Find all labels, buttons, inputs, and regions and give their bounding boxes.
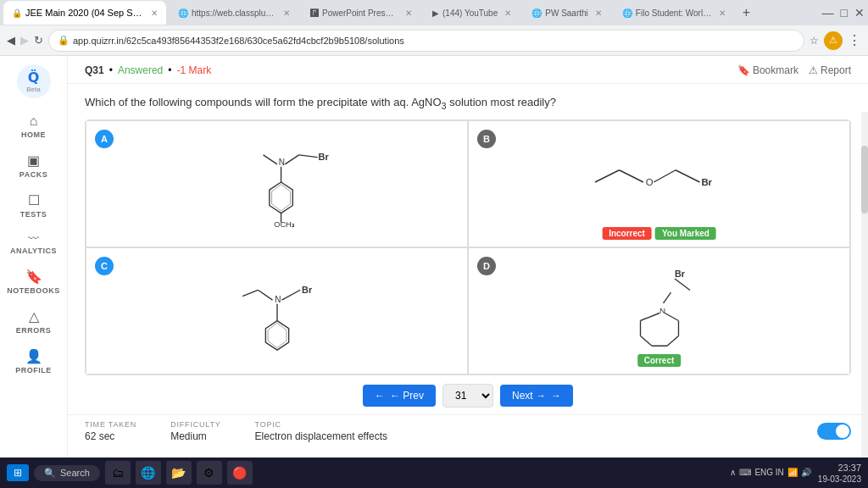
taskbar-app-3[interactable]: 📂 <box>166 461 192 485</box>
sidebar-item-home[interactable]: ⌂ HOME <box>4 108 64 144</box>
app-container: Q̈ Beta ⌂ HOME ▣ PACKS ☐ TESTS 〰 ANALYTI… <box>0 56 868 488</box>
option-a[interactable]: A N <box>86 120 468 247</box>
main-content: Q31 • Answered • -1 Mark 🔖 Bookmark ⚠ Re… <box>68 56 868 488</box>
svg-text:N: N <box>275 295 281 304</box>
profile-icon[interactable]: ⚠ <box>824 31 843 50</box>
address-bar[interactable]: 🔒 app.quizrr.in/62c5ca493f85644353f2e168… <box>48 30 804 52</box>
toggle-area[interactable] <box>817 423 851 440</box>
back-button[interactable]: ◀ <box>7 34 15 47</box>
keyboard-icon: ⌨ <box>739 468 751 477</box>
sidebar-analytics-label: ANALYTICS <box>10 247 57 255</box>
svg-text:N: N <box>659 305 665 314</box>
tab-3-close[interactable]: ✕ <box>405 8 412 18</box>
difficulty-block: DIFFICULTY Medium <box>170 420 220 442</box>
svg-text:Br: Br <box>302 285 313 295</box>
taskbar-right: ∧ ⌨ ENG IN 📶 🔊 23:37 19-03-2023 <box>730 462 861 483</box>
option-b[interactable]: B O Br <box>468 120 850 247</box>
clock[interactable]: 23:37 19-03-2023 <box>818 462 861 483</box>
svg-marker-17 <box>268 323 287 347</box>
tab-6-close[interactable]: ✕ <box>719 8 726 18</box>
question-text: Which of the following compounds will fo… <box>68 84 868 119</box>
taskbar-app-5[interactable]: 🔴 <box>227 461 253 485</box>
sidebar-item-profile[interactable]: 👤 PROFILE <box>4 343 64 380</box>
minimize-button[interactable]: — <box>822 6 834 19</box>
new-tab-button[interactable]: + <box>737 5 755 20</box>
bookmark-button[interactable]: 🔖 Bookmark <box>737 64 798 76</box>
svg-text:Br: Br <box>701 177 712 187</box>
scrollbar-track[interactable] <box>861 112 868 488</box>
svg-line-34 <box>640 313 659 320</box>
prev-button[interactable]: ← ← Prev <box>363 385 436 407</box>
taskbar-app-2[interactable]: 🌐 <box>136 461 161 485</box>
sidebar-item-analytics[interactable]: 〰 ANALYTICS <box>4 227 64 260</box>
topic-block: TOPIC Electron displacement effects <box>255 420 388 442</box>
sidebar-item-packs[interactable]: ▣ PACKS <box>4 147 64 184</box>
tab-5[interactable]: 🌐 PW Saarthi ✕ <box>523 1 610 25</box>
option-d-label: D <box>477 257 496 275</box>
tab-4[interactable]: ▶ (144) YouTube ✕ <box>424 1 520 25</box>
molecule-b-svg: O Br <box>479 131 839 233</box>
taskbar-app-1[interactable]: 🗂 <box>105 461 131 485</box>
tab-4-close[interactable]: ✕ <box>504 8 511 18</box>
svg-line-26 <box>663 292 670 303</box>
topic-value: Electron displacement effects <box>255 430 388 442</box>
option-c-label: C <box>95 257 114 275</box>
tab-6[interactable]: 🌐 Filo Student: World's Only Live ... ✕ <box>614 1 734 25</box>
question-separator2: • <box>168 64 171 76</box>
speaker-icon: 🔊 <box>801 468 811 477</box>
options-grid: A N <box>85 119 851 375</box>
active-tab[interactable]: 🔒 JEE Main 2020 (04 Sep Shift) ✕ <box>3 1 166 25</box>
bookmark-star-icon[interactable]: ☆ <box>810 35 819 47</box>
tab-6-label: Filo Student: World's Only Live ... <box>636 8 712 18</box>
scrollbar-thumb[interactable] <box>861 146 868 214</box>
browser-bar: ◀ ▶ ↻ 🔒 app.quizrr.in/62c5ca493f85644353… <box>0 25 868 56</box>
start-button[interactable]: ⊞ <box>7 464 29 481</box>
sidebar-packs-label: PACKS <box>19 170 47 179</box>
next-icon: → <box>551 390 561 402</box>
report-button[interactable]: ⚠ Report <box>809 64 851 76</box>
option-c[interactable]: C N Br <box>86 247 468 374</box>
svg-line-11 <box>619 170 643 182</box>
sidebar-item-tests[interactable]: ☐ TESTS <box>4 187 64 224</box>
profile-nav-icon: 👤 <box>25 348 42 364</box>
tab-2[interactable]: 🌐 https://web.classplusapp.com/h... ✕ <box>170 1 298 25</box>
url-text: app.quizrr.in/62c5ca493f85644353f2e168/6… <box>73 36 404 46</box>
forward-button[interactable]: ▶ <box>20 34 29 47</box>
svg-text:Br: Br <box>675 269 686 279</box>
sidebar-item-notebooks[interactable]: 🔖 NOTEBOOKS <box>4 263 64 300</box>
option-d[interactable]: D Br N <box>468 247 850 374</box>
option-d-badges: Correct <box>637 354 682 367</box>
question-select[interactable]: 31 <box>442 384 493 408</box>
taskbar-search[interactable]: 🔍 Search <box>34 465 100 481</box>
topic-label: TOPIC <box>255 420 388 429</box>
taskbar-app-4[interactable]: ⚙ <box>197 461 222 485</box>
molecule-c-svg: N Br <box>97 258 457 360</box>
tab-close-icon[interactable]: ✕ <box>151 8 158 18</box>
refresh-button[interactable]: ↻ <box>34 34 43 47</box>
svg-line-32 <box>640 336 652 346</box>
caret-icon[interactable]: ∧ <box>730 468 736 477</box>
svg-text:Br: Br <box>318 152 329 162</box>
you-marked-badge: You Marked <box>655 227 716 240</box>
correct-badge: Correct <box>637 354 682 367</box>
analytics-icon: 〰 <box>28 232 39 245</box>
restore-button[interactable]: □ <box>841 6 848 19</box>
next-button[interactable]: Next → → <box>500 385 573 407</box>
tab-3[interactable]: 🅿 PowerPoint Presentation ✕ <box>302 1 420 25</box>
close-button[interactable]: ✕ <box>854 6 865 19</box>
packs-icon: ▣ <box>27 152 40 169</box>
answered-status: Answered <box>118 64 163 76</box>
option-a-label: A <box>95 130 114 148</box>
question-separator: • <box>109 64 113 76</box>
svg-line-30 <box>667 336 679 346</box>
tab-3-label: PowerPoint Presentation <box>322 8 398 18</box>
menu-button[interactable]: ⋮ <box>848 32 861 48</box>
tab-2-close[interactable]: ✕ <box>283 8 290 18</box>
tests-icon: ☐ <box>28 192 40 208</box>
home-icon: ⌂ <box>30 114 38 129</box>
molecule-a-svg: N Br OCH₃ <box>97 131 457 233</box>
sidebar-item-errors[interactable]: △ ERRORS <box>4 303 64 340</box>
difficulty-label: DIFFICULTY <box>170 420 220 429</box>
option-b-badges: Incorrect You Marked <box>602 227 716 240</box>
tab-5-close[interactable]: ✕ <box>595 8 602 18</box>
